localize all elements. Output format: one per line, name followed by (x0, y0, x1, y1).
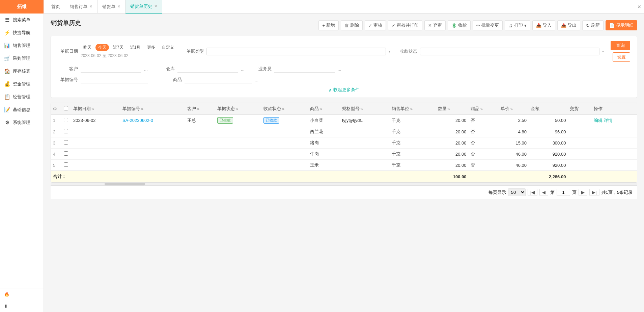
tab-sales-goods[interactable]: 销货单 ✕ (97, 0, 125, 14)
col-goods[interactable]: 商品⇅ (308, 103, 340, 115)
date-chip-custom[interactable]: 自定义 (159, 44, 177, 51)
print-icon: 🖨 (508, 23, 513, 28)
row-delivery (568, 137, 592, 149)
sidebar-item-ops-mgmt[interactable]: 📋 经营管理 (0, 90, 44, 103)
date-chip-today[interactable]: 今天 (95, 44, 109, 51)
refresh-button[interactable]: ↻ 刷新 (582, 20, 604, 30)
sidebar-item-purchase-mgmt[interactable]: 🛒 采购管理 (0, 52, 44, 65)
date-chip-more[interactable]: 更多 (144, 44, 158, 51)
tab-sales-history[interactable]: 销货单历史 ✕ (125, 0, 162, 14)
tab-sales-goods-close[interactable]: ✕ (117, 4, 120, 9)
next-page-button[interactable]: ▶ (579, 189, 587, 196)
sidebar-bottom-fire[interactable]: 🔥 (0, 288, 44, 300)
tab-sales-order[interactable]: 销售订单 ✕ (65, 0, 97, 14)
action-编辑[interactable]: 编辑 (594, 118, 603, 123)
doc-type-arrow[interactable]: ▾ (389, 50, 390, 53)
setting-button[interactable]: 设置 (613, 52, 630, 62)
select-all-checkbox[interactable] (64, 106, 68, 110)
row-select-checkbox[interactable] (64, 151, 68, 156)
col-doc-no[interactable]: 单据编号⇅ (120, 103, 185, 115)
tab-sales-order-close[interactable]: ✕ (89, 4, 92, 9)
warehouse-ellipsis[interactable]: ... (241, 67, 245, 72)
collect-status-input[interactable] (420, 48, 599, 55)
goods-input[interactable] (185, 76, 252, 83)
sidebar-item-sales-mgmt[interactable]: 📊 销售管理 (0, 39, 44, 52)
export-button[interactable]: 📤 导出 (557, 20, 580, 30)
col-checkbox (62, 103, 71, 115)
col-price[interactable]: 单价⇅ (499, 103, 529, 115)
scrollbar-thumb[interactable] (105, 183, 145, 185)
app-logo: 拓维 (0, 0, 44, 14)
collapse-button[interactable]: ∧ 收起更多条件 (58, 87, 630, 93)
query-button[interactable]: 查询 (611, 41, 630, 50)
col-doc-date[interactable]: 单据日期⇅ (71, 103, 120, 115)
row-spec (340, 137, 390, 149)
col-collect-status[interactable]: 收款状态⇅ (261, 103, 308, 115)
show-detail-button[interactable]: 📄 显示明细 (606, 20, 637, 30)
date-label: 单据日期 (58, 48, 78, 54)
row-goods: 西兰花 (308, 126, 340, 137)
sidebar-bottom-pause[interactable]: ⏸ (0, 300, 44, 312)
doc-no-input[interactable] (81, 76, 148, 83)
col-settings[interactable]: ⚙ (51, 103, 62, 115)
table-footer-row: 合计： 100.00 2,286.00 (51, 171, 637, 182)
customer-ellipsis[interactable]: ... (144, 67, 148, 72)
action-详情[interactable]: 详情 (604, 118, 613, 123)
sidebar-item-quick-nav[interactable]: ⚡ 快捷导航 (0, 26, 44, 39)
sidebar-item-sys-mgmt[interactable]: ⚙ 系统管理 (0, 116, 44, 129)
prev-page-button[interactable]: ◀ (539, 189, 548, 196)
batch-change-button[interactable]: ✏ 批量变更 (473, 20, 503, 30)
page-number-input[interactable] (557, 189, 570, 196)
collect-button[interactable]: 💲 收款 (448, 20, 471, 30)
sidebar-item-search-menu[interactable]: ☰ 搜索菜单 (0, 14, 44, 26)
row-select-checkbox[interactable] (64, 118, 68, 122)
row-select-checkbox[interactable] (64, 140, 68, 145)
show-detail-icon: 📄 (609, 23, 615, 28)
row-doc-no (120, 137, 185, 149)
sidebar-item-stock-calc[interactable]: 🏠 库存核算 (0, 65, 44, 78)
sort-doc-status-icon: ⇅ (235, 107, 238, 111)
agent-input[interactable] (274, 65, 335, 73)
col-spec[interactable]: 规格型号⇅ (340, 103, 390, 115)
date-chip-1month[interactable]: 近1月 (128, 44, 143, 51)
customer-input[interactable] (81, 65, 141, 73)
row-doc-status: 已生效 (215, 115, 262, 126)
per-page-select[interactable]: 50 100 200 (508, 188, 526, 196)
last-page-button[interactable]: ▶| (589, 189, 599, 196)
sidebar-item-basic-info[interactable]: 📝 基础信息 (0, 103, 44, 116)
goods-ellipsis[interactable]: ... (255, 77, 258, 82)
audit-print-button[interactable]: ✓ 审核并打印 (388, 20, 422, 30)
date-chip-yesterday[interactable]: 昨天 (81, 44, 94, 51)
doc-type-input[interactable] (206, 48, 386, 55)
warehouse-input[interactable] (177, 65, 238, 73)
horizontal-scrollbar[interactable] (51, 183, 637, 185)
add-button[interactable]: + 新增 (318, 20, 339, 30)
print-button[interactable]: 🖨 打印 ▾ (505, 20, 530, 30)
row-qty: 20.00 (436, 160, 468, 171)
sidebar-bottom: 🔥 ⏸ (0, 288, 44, 312)
sidebar-item-label: 库存核算 (13, 68, 30, 74)
col-unit[interactable]: 销售单位⇅ (390, 103, 436, 115)
col-qty[interactable]: 数量⇅ (436, 103, 468, 115)
tab-home[interactable]: 首页 (47, 0, 65, 14)
row-select-checkbox[interactable] (64, 162, 68, 167)
col-settings-icon[interactable]: ⚙ (53, 106, 57, 111)
first-page-button[interactable]: |◀ (528, 189, 537, 196)
col-doc-status[interactable]: 单据状态⇅ (215, 103, 262, 115)
col-gift[interactable]: 赠品⇅ (469, 103, 499, 115)
delete-button[interactable]: 🗑 删除 (341, 20, 363, 30)
row-select-checkbox[interactable] (64, 129, 68, 133)
close-all-tabs[interactable]: ✕ (637, 4, 641, 9)
tab-sales-history-close[interactable]: ✕ (154, 4, 157, 8)
footer-price (499, 171, 529, 182)
sidebar-item-fund-mgmt[interactable]: 💰 资金管理 (0, 78, 44, 90)
import-button[interactable]: 📥 导入 (532, 20, 555, 30)
collect-status-arrow[interactable]: ▾ (602, 50, 604, 53)
date-chip-7days[interactable]: 近7天 (110, 44, 126, 51)
doc-no-link[interactable]: SA-20230602-0 (122, 118, 153, 123)
audit-button[interactable]: ✓ 审核 (365, 20, 386, 30)
col-customer[interactable]: 客户⇅ (185, 103, 215, 115)
agent-ellipsis[interactable]: ... (338, 67, 341, 72)
abandon-button[interactable]: ✕ 弃审 (424, 20, 446, 30)
toolbar: + 新增 🗑 删除 ✓ 审核 ✓ 审核并打印 ✕ 弃审 (318, 20, 637, 30)
